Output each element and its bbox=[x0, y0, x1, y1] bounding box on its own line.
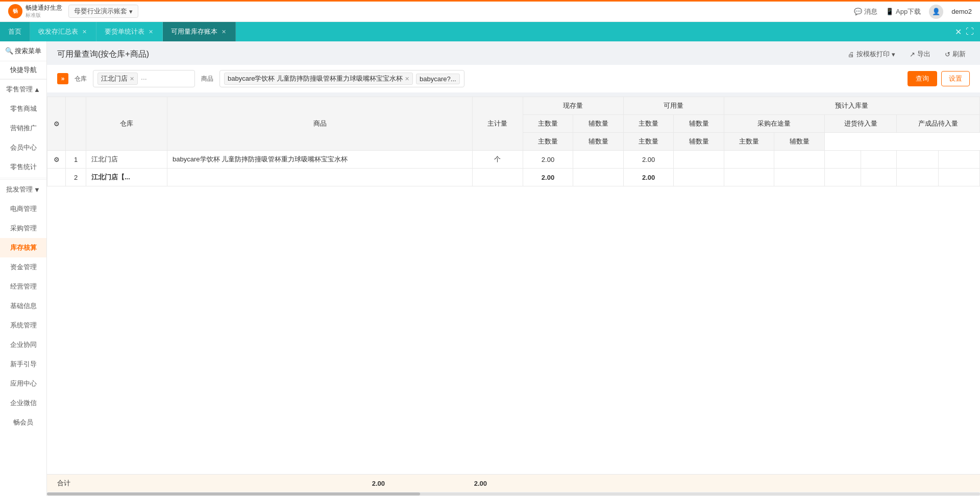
col-available-header: 可用量 bbox=[623, 97, 724, 115]
sidebar-enterprise-collab-label: 企业协同 bbox=[10, 340, 37, 349]
warehouse-filter-input[interactable]: 江北门店 ✕ ··· bbox=[93, 70, 195, 87]
product-filter-input[interactable]: babycare学饮杯 儿童防摔防撞吸管杯重力球吸嘴杯宝宝水杯 ✕ babyca… bbox=[219, 70, 464, 87]
col-currentstock-header: 现存量 bbox=[523, 97, 623, 115]
row2-avail-aux bbox=[674, 169, 724, 186]
tab-receipt-summary-close[interactable]: ✕ bbox=[81, 29, 88, 35]
warehouse-more-dots[interactable]: ··· bbox=[141, 75, 147, 83]
sidebar-item-enterprise-wechat[interactable]: 企业微信 bbox=[0, 393, 46, 413]
row2-product bbox=[167, 169, 473, 186]
sidebar-item-ecommerce-mgmt[interactable]: 电商管理 bbox=[0, 199, 46, 219]
print-button[interactable]: 🖨 按模板打印 ▾ bbox=[844, 48, 899, 61]
col-purchase-header: 采购在途量 bbox=[724, 115, 824, 133]
col-warehouse-header: 仓库 bbox=[86, 97, 167, 151]
sidebar-item-system-mgmt[interactable]: 系统管理 bbox=[0, 316, 46, 335]
tab-available-inventory[interactable]: 可用量库存账本 ✕ bbox=[163, 22, 236, 41]
row1-inc-aux bbox=[861, 151, 897, 169]
top-bar-right: 💬 消息 📱 App下载 👤 demo2 bbox=[854, 5, 972, 19]
sidebar-item-inventory-mgmt[interactable]: 库存核算 bbox=[0, 238, 46, 257]
page-title: 可用量查询(按仓库+商品) bbox=[57, 49, 149, 60]
row2-pro-main bbox=[897, 169, 938, 186]
gear-icon[interactable]: ⚙ bbox=[54, 156, 60, 163]
sidebar-quicknav[interactable]: 快捷导航 bbox=[0, 61, 46, 79]
tab-fullscreen-button[interactable]: ⛶ bbox=[966, 27, 974, 36]
col-inc-aux: 辅数量 bbox=[674, 133, 724, 151]
scrollbar-thumb[interactable] bbox=[47, 492, 420, 495]
col-forecast-header: 预计入库量 bbox=[724, 97, 979, 115]
settings-button[interactable]: 设置 bbox=[941, 71, 970, 86]
row2-gear[interactable] bbox=[47, 169, 66, 186]
row1-avail-aux bbox=[674, 151, 724, 169]
product-tag-1-remove[interactable]: ✕ bbox=[405, 76, 409, 82]
row1-avail-main: 2.00 bbox=[623, 151, 674, 169]
row2-avail-main: 2.00 bbox=[623, 169, 674, 186]
app-download-button[interactable]: 📱 App下载 bbox=[886, 7, 921, 16]
sidebar-item-new-guide[interactable]: 新手引导 bbox=[0, 355, 46, 374]
col-no-header bbox=[66, 97, 86, 151]
sidebar-retail-mall-label: 零售商城 bbox=[10, 104, 37, 113]
tab-receipt-summary[interactable]: 收发存汇总表 ✕ bbox=[30, 22, 96, 41]
refresh-icon: ↺ bbox=[945, 51, 950, 58]
sidebar-item-enterprise-collab[interactable]: 企业协同 bbox=[0, 335, 46, 355]
sidebar-search[interactable]: 🔍 搜索菜单 bbox=[0, 41, 46, 61]
sidebar-purchase-mgmt-label: 采购管理 bbox=[10, 224, 37, 233]
sidebar-item-marketing[interactable]: 营销推广 bbox=[0, 119, 46, 138]
tab-order-stats-close[interactable]: ✕ bbox=[148, 29, 154, 35]
refresh-button[interactable]: ↺ 刷新 bbox=[941, 48, 970, 61]
sidebar-ecommerce-mgmt-label: 电商管理 bbox=[10, 204, 37, 214]
export-button[interactable]: ↗ 导出 bbox=[905, 48, 935, 61]
sidebar-item-app-center[interactable]: 应用中心 bbox=[0, 374, 46, 393]
sidebar-item-retail-stats[interactable]: 零售统计 bbox=[0, 157, 46, 177]
sidebar-retail-mgmt-label: 零售管理 bbox=[6, 85, 33, 94]
sidebar-basic-info-label: 基础信息 bbox=[10, 301, 37, 311]
row1-gear[interactable]: ⚙ bbox=[47, 151, 66, 169]
col-avail-aux-header: 辅数量 bbox=[674, 115, 724, 133]
filter-bar: » 仓库 江北门店 ✕ ··· 商品 babycare学饮杯 儿童防摔防撞吸管杯… bbox=[47, 65, 980, 92]
industry-selector[interactable]: 母婴行业演示账套 ▾ bbox=[68, 5, 138, 18]
table-row: 2 江北门店【... 2.00 2.00 bbox=[47, 169, 980, 186]
sidebar-business-mgmt-label: 经营管理 bbox=[10, 282, 37, 291]
col-production-header: 产成品待入量 bbox=[897, 115, 980, 133]
filter-toggle-button[interactable]: » bbox=[57, 73, 68, 84]
tab-home-label: 首页 bbox=[8, 27, 21, 36]
query-button[interactable]: 查询 bbox=[908, 71, 937, 86]
row2-warehouse: 江北门店【... bbox=[86, 169, 167, 186]
col-mainunit-header: 主计量 bbox=[473, 97, 523, 151]
row2-inc-aux bbox=[861, 169, 897, 186]
chevron-down-icon: ▾ bbox=[129, 8, 133, 15]
sidebar-member-label: 畅会员 bbox=[13, 418, 33, 427]
row1-inc-main bbox=[824, 151, 861, 169]
top-bar: 畅 畅捷通好生意 标准版 母婴行业演示账套 ▾ 💬 消息 📱 App下载 👤 d… bbox=[0, 2, 980, 22]
warehouse-tag-remove[interactable]: ✕ bbox=[130, 76, 134, 82]
page-header: 可用量查询(按仓库+商品) 🖨 按模板打印 ▾ ↗ 导出 ↺ 刷新 bbox=[47, 41, 980, 65]
sidebar-item-purchase-mgmt[interactable]: 采购管理 bbox=[0, 219, 46, 238]
message-button[interactable]: 💬 消息 bbox=[854, 7, 877, 16]
tab-spacer bbox=[236, 22, 949, 41]
tab-close-all-button[interactable]: ✕ bbox=[955, 27, 962, 37]
sidebar-finance-mgmt-label: 资金管理 bbox=[10, 263, 37, 272]
row2-pur-aux bbox=[774, 169, 825, 186]
industry-label: 母婴行业演示账套 bbox=[74, 7, 127, 16]
print-label: 按模板打印 bbox=[856, 50, 890, 59]
horizontal-scrollbar[interactable] bbox=[47, 492, 980, 496]
tab-order-stats[interactable]: 要货单统计表 ✕ bbox=[96, 22, 163, 41]
sidebar-item-member[interactable]: 畅会员 bbox=[0, 413, 46, 432]
row2-pur-main bbox=[724, 169, 774, 186]
gear-icon[interactable]: ⚙ bbox=[54, 120, 60, 128]
username[interactable]: demo2 bbox=[951, 8, 972, 15]
tab-available-inventory-label: 可用量库存账本 bbox=[171, 27, 217, 36]
sidebar-system-mgmt-label: 系统管理 bbox=[10, 321, 37, 330]
sidebar-item-retail-mall[interactable]: 零售商城 bbox=[0, 99, 46, 119]
scrollbar-track bbox=[47, 492, 980, 495]
sidebar-item-wholesale-mgmt[interactable]: 批发管理 ▼ bbox=[0, 179, 46, 199]
row2-no: 2 bbox=[66, 169, 86, 186]
top-bar-left: 畅 畅捷通好生意 标准版 母婴行业演示账套 ▾ bbox=[8, 4, 138, 18]
sidebar-item-retail-mgmt[interactable]: 零售管理 ▲ bbox=[0, 79, 46, 99]
sidebar-item-basic-info[interactable]: 基础信息 bbox=[0, 296, 46, 316]
sidebar-item-business-mgmt[interactable]: 经营管理 bbox=[0, 277, 46, 296]
product-tag-1-label: babycare学饮杯 儿童防摔防撞吸管杯重力球吸嘴杯宝宝水杯 bbox=[228, 74, 403, 83]
tab-available-inventory-close[interactable]: ✕ bbox=[220, 29, 227, 35]
sidebar-item-member-center[interactable]: 会员中心 bbox=[0, 138, 46, 157]
sidebar-item-finance-mgmt[interactable]: 资金管理 bbox=[0, 257, 46, 277]
tab-home[interactable]: 首页 bbox=[0, 22, 30, 41]
refresh-label: 刷新 bbox=[952, 50, 966, 59]
